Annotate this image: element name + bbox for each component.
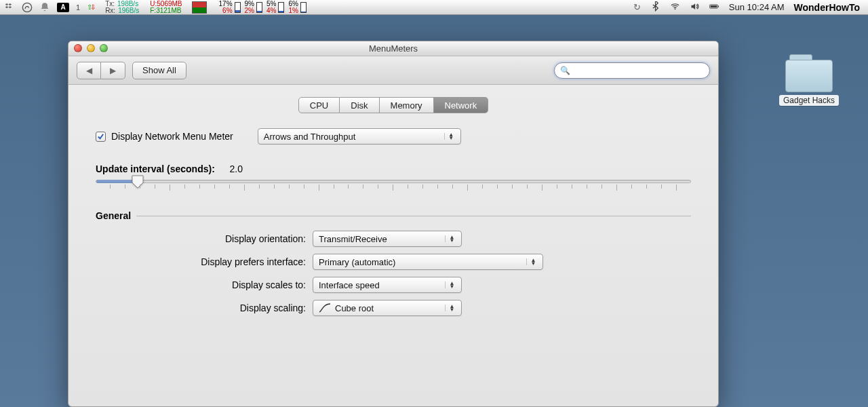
scaling-value: Cube root <box>335 303 445 313</box>
bluetooth-icon[interactable] <box>650 1 660 14</box>
cpu-meters[interactable]: 17%6% 9%2% 5%4% 6%1% <box>219 1 307 14</box>
cpu-core-3: 6%1% <box>288 1 306 14</box>
tab-cpu[interactable]: CPU <box>298 97 340 113</box>
cpu-gauge-icon <box>278 2 284 13</box>
minimize-button[interactable] <box>87 44 95 52</box>
tx-rate: 198B/s <box>117 1 138 7</box>
menu-bar-right: ↻ Sun 10:24 AM WonderHowTo <box>633 1 864 14</box>
cpu-gauge-icon <box>256 2 262 13</box>
chevron-updown-icon: ▲▼ <box>445 235 456 242</box>
tab-network[interactable]: Network <box>434 97 489 113</box>
desktop-folder[interactable]: Gadget Hacks <box>772 54 846 106</box>
battery-icon[interactable] <box>709 1 719 14</box>
display-mode-value: Arrows and Throughput <box>264 132 444 142</box>
update-interval-label: Update interval (seconds): <box>96 163 215 174</box>
zoom-button[interactable] <box>100 44 108 52</box>
nav-buttons: ◀ ▶ <box>77 62 125 79</box>
curve-icon <box>319 303 331 313</box>
scaling-popup[interactable]: Cube root ▲▼ <box>313 300 462 316</box>
scaling-label: Display scaling: <box>96 303 306 313</box>
tx-label: Tx: <box>105 1 115 7</box>
mem-f-value: 3121MB <box>156 7 181 14</box>
show-all-button[interactable]: Show All <box>132 62 186 79</box>
update-interval-value: 2.0 <box>229 163 242 174</box>
active-app-name[interactable]: WonderHowTo <box>794 2 860 13</box>
svg-rect-4 <box>710 5 717 7</box>
notification-bell-icon[interactable] <box>39 2 50 13</box>
search-field[interactable]: 🔍 <box>554 62 710 79</box>
tab-memory[interactable]: Memory <box>380 97 434 113</box>
mem-f-label: F: <box>150 7 156 14</box>
volume-icon[interactable] <box>690 1 700 14</box>
svg-rect-3 <box>718 5 719 7</box>
general-section-header: General <box>96 210 691 221</box>
prefs-content: CPU Disk Memory Network Display Network … <box>68 85 718 335</box>
dropbox-icon[interactable] <box>4 2 15 13</box>
cpu-core-1: 9%2% <box>245 1 262 14</box>
slider-ticks <box>96 185 691 190</box>
general-heading: General <box>96 210 131 221</box>
update-interval-row: Update interval (seconds): 2.0 <box>96 163 691 174</box>
scales-to-popup[interactable]: Interface speed ▲▼ <box>313 277 462 293</box>
cpu-gauge-icon <box>300 2 307 13</box>
timemachine-icon[interactable]: ↻ <box>633 2 641 12</box>
desktop-folder-label: Gadget Hacks <box>779 95 839 106</box>
rx-rate: 196B/s <box>118 7 139 14</box>
display-mode-popup[interactable]: Arrows and Throughput ▲▼ <box>258 128 461 144</box>
creative-cloud-icon[interactable] <box>22 2 33 13</box>
chevron-updown-icon: ▲▼ <box>445 305 456 311</box>
adobe-badge-count: 1 <box>76 3 80 12</box>
orientation-popup[interactable]: Transmit/Receive ▲▼ <box>313 231 462 247</box>
search-icon: 🔍 <box>560 66 570 75</box>
traffic-lights <box>74 44 108 52</box>
scales-to-label: Display scales to: <box>96 279 306 290</box>
prefs-tabs: CPU Disk Memory Network <box>89 97 698 113</box>
chevron-updown-icon: ▲▼ <box>445 282 456 288</box>
prefers-interface-popup[interactable]: Primary (automatic) ▲▼ <box>313 254 543 270</box>
scales-to-value: Interface speed <box>319 280 445 290</box>
divider <box>136 216 691 216</box>
menu-bar: A 1 ⇧⇩ Tx:198B/s Rx:196B/s U:5069MB F:31… <box>0 0 868 15</box>
window-toolbar: ◀ ▶ Show All 🔍 <box>68 56 718 85</box>
wifi-icon[interactable] <box>670 1 680 14</box>
checkbox-icon <box>96 132 106 142</box>
close-button[interactable] <box>74 44 82 52</box>
forward-button[interactable]: ▶ <box>101 62 125 79</box>
net-throughput[interactable]: Tx:198B/s Rx:196B/s <box>105 1 139 14</box>
orientation-label: Display orientation: <box>96 233 306 244</box>
cpu-core-2: 5%4% <box>267 1 284 14</box>
prefs-window: MenuMeters ◀ ▶ Show All 🔍 CPU Disk Memor… <box>68 41 719 407</box>
display-network-label: Display Network Menu Meter <box>111 131 233 142</box>
update-interval-slider[interactable] <box>96 180 691 190</box>
net-arrows-icon[interactable]: ⇧⇩ <box>87 2 96 13</box>
back-button[interactable]: ◀ <box>77 62 101 79</box>
prefers-interface-value: Primary (automatic) <box>319 257 526 267</box>
mem-bar-icon[interactable] <box>192 1 207 14</box>
slider-track[interactable] <box>96 180 691 183</box>
svg-point-0 <box>22 3 31 12</box>
chevron-updown-icon: ▲▼ <box>526 258 537 265</box>
mem-stats[interactable]: U:5069MB F:3121MB <box>150 1 182 14</box>
menu-bar-left: A 1 ⇧⇩ Tx:198B/s Rx:196B/s U:5069MB F:31… <box>4 1 307 14</box>
menu-clock[interactable]: Sun 10:24 AM <box>729 2 785 12</box>
tab-disk[interactable]: Disk <box>340 97 379 113</box>
folder-icon <box>785 54 833 92</box>
chevron-updown-icon: ▲▼ <box>444 133 455 140</box>
svg-point-1 <box>674 8 675 9</box>
window-title: MenuMeters <box>369 43 418 54</box>
window-titlebar[interactable]: MenuMeters <box>68 41 718 56</box>
adobe-icon[interactable]: A <box>57 3 69 12</box>
prefers-interface-label: Display prefers interface: <box>96 256 306 267</box>
rx-label: Rx: <box>105 7 115 14</box>
cpu-core-0: 17%6% <box>219 1 241 14</box>
cpu-gauge-icon <box>235 2 241 13</box>
orientation-value: Transmit/Receive <box>319 234 445 244</box>
search-input[interactable] <box>573 66 704 75</box>
display-network-checkbox[interactable]: Display Network Menu Meter <box>96 131 233 142</box>
